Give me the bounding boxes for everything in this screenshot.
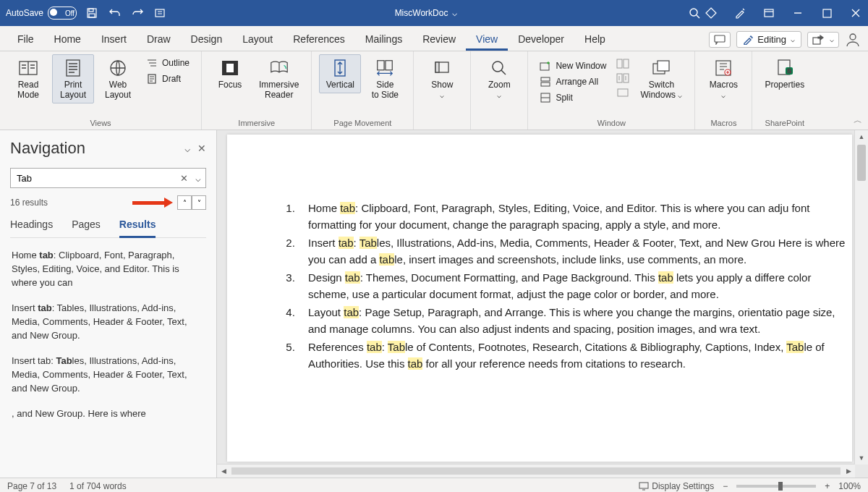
share-button[interactable]: ⌵ xyxy=(807,32,839,48)
close-button[interactable] xyxy=(849,7,862,20)
page-content[interactable]: Home tab: Clipboard, Font, Paragraph, St… xyxy=(227,135,852,372)
nav-tab-pages[interactable]: Pages xyxy=(72,216,101,237)
tab-mailings[interactable]: Mailings xyxy=(355,29,412,51)
split-button[interactable]: Split xyxy=(535,90,610,105)
autosave-toggle[interactable]: Off xyxy=(48,7,77,20)
zoom-slider[interactable] xyxy=(736,485,816,488)
tab-developer[interactable]: Developer xyxy=(508,29,574,51)
tab-layout[interactable]: Layout xyxy=(232,29,283,51)
search-options-icon[interactable]: ⌵ xyxy=(191,173,205,184)
view-side-icon[interactable] xyxy=(616,59,629,72)
nav-tab-results[interactable]: Results xyxy=(119,216,156,238)
nav-search-input[interactable] xyxy=(11,173,176,184)
result-item[interactable]: Home tab: Clipboard, Font, Paragraph, St… xyxy=(10,244,202,297)
tab-design[interactable]: Design xyxy=(181,29,233,51)
macros-label: Macros xyxy=(710,80,738,90)
zoom-out-button[interactable]: − xyxy=(723,481,728,491)
vertical-scrollbar[interactable]: ▲ ▼ xyxy=(854,130,868,465)
nav-tab-headings[interactable]: Headings xyxy=(10,216,53,237)
group-label: Window xyxy=(597,117,626,130)
editing-mode-button[interactable]: Editing ⌵ xyxy=(736,31,801,48)
svg-rect-7 xyxy=(715,35,725,42)
document-list-item[interactable]: Design tab: Themes, Document Formatting,… xyxy=(298,269,852,302)
macros-button[interactable]: Macros⌵ xyxy=(702,54,744,104)
svg-rect-38 xyxy=(639,483,648,488)
zoom-in-button[interactable]: + xyxy=(825,481,830,491)
tab-help[interactable]: Help xyxy=(574,29,616,51)
show-button[interactable]: Show⌵ xyxy=(421,54,463,104)
focus-button[interactable]: Focus xyxy=(209,54,251,93)
save-icon[interactable] xyxy=(85,7,98,20)
tab-home[interactable]: Home xyxy=(44,29,91,51)
diamond-icon[interactable] xyxy=(705,7,718,20)
zoom-level[interactable]: 100% xyxy=(838,481,861,491)
sync-scroll-icon[interactable] xyxy=(616,73,629,86)
vertical-button[interactable]: Vertical xyxy=(319,54,361,93)
scroll-down-button[interactable]: ▼ xyxy=(855,451,868,465)
nav-search-box[interactable]: ✕ ⌵ xyxy=(10,168,206,188)
minimize-button[interactable] xyxy=(791,7,804,20)
read-mode-button[interactable]: ReadMode xyxy=(7,54,49,103)
svg-rect-3 xyxy=(156,9,164,17)
properties-button[interactable]: SProperties xyxy=(760,54,809,93)
svg-rect-26 xyxy=(617,59,622,68)
draft-button[interactable]: Draft xyxy=(142,72,194,86)
ribbon-display-icon[interactable] xyxy=(762,7,775,20)
qat-more-icon[interactable] xyxy=(155,7,168,20)
zoom-button[interactable]: Zoom⌵ xyxy=(478,54,520,104)
next-result-button[interactable]: ˅ xyxy=(192,195,206,210)
svg-point-9 xyxy=(850,34,856,40)
document-list-item[interactable]: Home tab: Clipboard, Font, Paragraph, St… xyxy=(298,200,852,233)
comments-button[interactable] xyxy=(709,32,731,48)
tab-review[interactable]: Review xyxy=(412,29,466,51)
immersive-reader-button[interactable]: ImmersiveReader xyxy=(254,54,304,103)
autosave-control[interactable]: AutoSave Off xyxy=(6,7,77,20)
tab-file[interactable]: File xyxy=(7,29,44,51)
tab-draw[interactable]: Draw xyxy=(137,29,181,51)
svg-text:S: S xyxy=(787,67,791,75)
new-window-button[interactable]: New Window xyxy=(535,59,610,73)
result-item[interactable]: , and New Group. Here is where xyxy=(10,402,202,428)
document-list-item[interactable]: References tab: Table of Contents, Footn… xyxy=(298,339,852,372)
document-area: Home tab: Clipboard, Font, Paragraph, St… xyxy=(217,130,868,478)
page-indicator[interactable]: Page 7 of 13 xyxy=(7,481,56,491)
prev-result-button[interactable]: ˄ xyxy=(177,195,192,210)
nav-dropdown-icon[interactable]: ⌵ xyxy=(184,143,190,154)
search-button[interactable] xyxy=(684,6,705,20)
tab-insert[interactable]: Insert xyxy=(91,29,137,51)
tab-view[interactable]: View xyxy=(466,29,508,51)
document-list-item[interactable]: Layout tab: Page Setup, Paragraph, and A… xyxy=(298,304,852,337)
account-icon[interactable] xyxy=(845,32,861,48)
nav-close-icon[interactable]: ✕ xyxy=(197,143,206,154)
side-to-side-button[interactable]: Sideto Side xyxy=(364,54,406,103)
word-count[interactable]: 1 of 704 words xyxy=(69,481,127,491)
scroll-right-button[interactable]: ▶ xyxy=(842,467,855,475)
print-layout-label: PrintLayout xyxy=(60,80,86,100)
scroll-thumb[interactable] xyxy=(857,145,866,181)
redo-icon[interactable] xyxy=(132,7,145,20)
maximize-button[interactable] xyxy=(820,7,833,20)
document-title[interactable]: MiscWorkDoc ⌵ xyxy=(168,8,684,18)
outline-button[interactable]: Outline xyxy=(142,56,194,70)
arrange-all-button[interactable]: Arrange All xyxy=(535,75,610,89)
results-list[interactable]: Home tab: Clipboard, Font, Paragraph, St… xyxy=(10,244,206,478)
clear-search-icon[interactable]: ✕ xyxy=(176,173,191,184)
switch-windows-button[interactable]: SwitchWindows ⌵ xyxy=(635,54,687,104)
result-item[interactable]: Insert tab: Tables, Illustrations, Add-i… xyxy=(10,297,202,349)
hscroll-track[interactable] xyxy=(231,467,841,475)
display-settings-button[interactable]: Display Settings xyxy=(639,481,714,491)
undo-icon[interactable] xyxy=(109,7,122,20)
print-layout-button[interactable]: PrintLayout xyxy=(52,54,94,103)
scroll-left-button[interactable]: ◀ xyxy=(217,467,230,475)
split-label: Split xyxy=(556,93,572,103)
result-item[interactable]: Insert tab: Tables, Illustrations, Add-i… xyxy=(10,349,202,402)
web-layout-button[interactable]: WebLayout xyxy=(97,54,139,103)
autosave-label: AutoSave xyxy=(6,8,43,18)
scroll-up-button[interactable]: ▲ xyxy=(855,130,868,143)
reset-position-icon[interactable] xyxy=(616,88,629,101)
tab-references[interactable]: References xyxy=(283,29,355,51)
pen-icon[interactable] xyxy=(733,7,746,20)
horizontal-scrollbar[interactable]: ◀ ▶ xyxy=(217,464,855,478)
collapse-ribbon-icon[interactable]: ︿ xyxy=(854,114,862,127)
document-list-item[interactable]: Insert tab: Tables, Illustrations, Add-i… xyxy=(298,234,852,268)
